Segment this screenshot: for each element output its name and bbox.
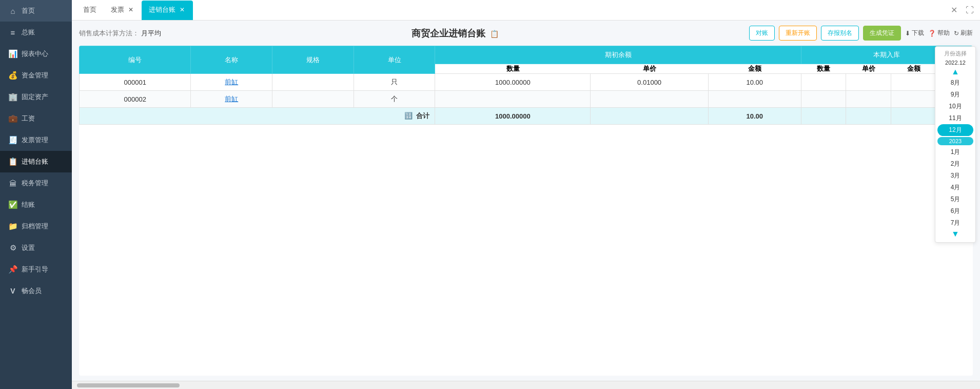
- sidebar-item-finance[interactable]: 💰 资金管理: [0, 65, 72, 86]
- sidebar-item-settlement[interactable]: ✅ 结账: [0, 194, 72, 216]
- maximize-button[interactable]: ⛶: [964, 5, 976, 16]
- sidebar-item-label: 结账: [22, 200, 35, 209]
- sidebar-item-guide[interactable]: 📌 新手引导: [0, 259, 72, 280]
- sidebar-item-label: 首页: [22, 6, 35, 15]
- row2-in-price: [846, 91, 891, 108]
- assets-icon: 🏢: [8, 92, 17, 102]
- inventory-table: 编号 名称 规格 单位 期初余额 本期入库 数量 单价 金额 数量 单价 金额: [79, 46, 973, 125]
- month-item-1[interactable]: 1月: [937, 146, 973, 158]
- month-item-3[interactable]: 3月: [937, 170, 973, 182]
- generate-voucher-button[interactable]: 生成凭证: [863, 26, 901, 41]
- download-label: 下载: [912, 29, 924, 37]
- tab-inventory[interactable]: 进销台账 ✕: [142, 1, 193, 20]
- row2-ps-qty: [435, 91, 591, 108]
- ps-amount-header: 金额: [708, 64, 801, 74]
- cost-method-label: 销售成本计算方法：: [79, 29, 139, 37]
- sidebar-item-tax[interactable]: 🏛 税务管理: [0, 172, 72, 194]
- month-item-7[interactable]: 7月: [937, 217, 973, 229]
- row1-in-amount: [891, 74, 936, 91]
- tab-home-label: 首页: [83, 5, 96, 14]
- help-label: 帮助: [937, 29, 950, 37]
- row1-unit: 只: [354, 74, 435, 91]
- home-icon: ⌂: [8, 7, 17, 15]
- row2-name-link[interactable]: 前缸: [225, 95, 238, 103]
- total-label: 🔢 合计: [80, 108, 435, 125]
- sidebar-item-assets[interactable]: 🏢 固定资产: [0, 86, 72, 108]
- month-item-5[interactable]: 5月: [937, 193, 973, 205]
- page-title-area: 商贸企业进销台账 📋: [161, 27, 749, 40]
- row2-ps-amount: [708, 91, 801, 108]
- salary-icon: 💼: [8, 114, 17, 123]
- row2-code: 000002: [80, 91, 191, 108]
- total-text: 合计: [416, 112, 429, 120]
- total-in-amount: [891, 108, 936, 125]
- row2-in-amount: [891, 91, 936, 108]
- ps-price-header: 单价: [591, 64, 709, 74]
- sidebar-item-ledger[interactable]: ≡ 总账: [0, 22, 72, 43]
- sidebar-item-salary[interactable]: 💼 工资: [0, 108, 72, 129]
- row2-name: 前缸: [191, 91, 272, 108]
- col-code-header: 编号: [80, 46, 191, 74]
- month-item-9[interactable]: 9月: [937, 89, 973, 101]
- month-item-12[interactable]: 12月: [937, 124, 973, 136]
- month-item-4[interactable]: 4月: [937, 182, 973, 193]
- refresh-icon: ↻: [954, 30, 959, 37]
- sidebar-item-label: 进销台账: [22, 157, 48, 166]
- in-amount-header: 金额: [891, 64, 936, 74]
- scroll-bar-area: [72, 381, 980, 389]
- sidebar-item-inventory[interactable]: 📋 进销台账: [0, 151, 72, 172]
- month-item-2[interactable]: 2月: [937, 158, 973, 170]
- minimize-button[interactable]: ✕: [949, 4, 959, 16]
- tab-invoice-close[interactable]: ✕: [127, 6, 134, 13]
- sidebar-item-member[interactable]: V 畅会员: [0, 280, 72, 302]
- sidebar-item-label: 归档管理: [22, 222, 48, 231]
- month-prev-button[interactable]: ▲: [950, 67, 961, 77]
- sidebar-item-home[interactable]: ⌂ 首页: [0, 0, 72, 22]
- total-in-qty: [801, 108, 846, 125]
- inventory-icon: 📋: [8, 157, 17, 166]
- scroll-thumb[interactable]: [77, 383, 180, 387]
- month-item-6[interactable]: 6月: [937, 205, 973, 217]
- refresh-button[interactable]: ↻ 刷新: [954, 29, 973, 37]
- tab-inventory-close[interactable]: ✕: [179, 6, 186, 13]
- row1-name-link[interactable]: 前缸: [225, 78, 238, 86]
- sidebar-item-label: 畅会员: [22, 286, 42, 296]
- save-as-button[interactable]: 存报别名: [821, 26, 859, 41]
- reconcile-button[interactable]: 对账: [749, 26, 775, 41]
- month-item-11[interactable]: 11月: [937, 112, 973, 124]
- toolbar-buttons: 对账 重新开账 存报别名 生成凭证 ⬇ 下载 ❓ 帮助 ↻ 刷新: [749, 26, 973, 41]
- sidebar-item-label: 工资: [22, 114, 35, 123]
- tab-bar: 首页 发票 ✕ 进销台账 ✕ ✕ ⛶: [72, 0, 980, 21]
- row1-in-price: [846, 74, 891, 91]
- tab-invoice[interactable]: 发票 ✕: [104, 1, 142, 20]
- col-name-header: 名称: [191, 46, 272, 74]
- finance-icon: 💰: [8, 71, 17, 80]
- sidebar-item-settings[interactable]: ⚙ 设置: [0, 237, 72, 259]
- table-wrapper: 编号 名称 规格 单位 期初余额 本期入库 数量 单价 金额 数量 单价 金额: [79, 46, 973, 376]
- ledger-icon: ≡: [8, 28, 17, 37]
- total-ps-price: [591, 108, 709, 125]
- sidebar-item-archive[interactable]: 📁 归档管理: [0, 216, 72, 237]
- cost-method-value: 月平均: [141, 29, 161, 37]
- row1-name: 前缸: [191, 74, 272, 91]
- row2-unit: 个: [354, 91, 435, 108]
- month-item-10[interactable]: 10月: [937, 101, 973, 112]
- help-button[interactable]: ❓ 帮助: [928, 29, 950, 37]
- sidebar-item-label: 新手引导: [22, 265, 48, 274]
- page-title-icon: 📋: [490, 30, 499, 38]
- reopen-button[interactable]: 重新开账: [779, 26, 817, 41]
- col-spec-header: 规格: [272, 46, 354, 74]
- download-button[interactable]: ⬇ 下载: [905, 29, 924, 37]
- month-item-8[interactable]: 8月: [937, 77, 973, 89]
- total-row: 🔢 合计 1000.00000 10.00: [80, 108, 973, 125]
- refresh-label: 刷新: [961, 29, 973, 37]
- total-icon: 🔢: [404, 112, 413, 120]
- help-icon: ❓: [928, 30, 936, 37]
- sidebar-item-invoice-mgmt[interactable]: 🧾 发票管理: [0, 129, 72, 151]
- month-next-button[interactable]: ▼: [950, 229, 961, 239]
- settings-icon: ⚙: [8, 243, 17, 252]
- tab-home[interactable]: 首页: [76, 1, 104, 20]
- sidebar-item-reports[interactable]: 📊 报表中心: [0, 43, 72, 65]
- download-icon: ⬇: [905, 30, 910, 37]
- archive-icon: 📁: [8, 222, 17, 231]
